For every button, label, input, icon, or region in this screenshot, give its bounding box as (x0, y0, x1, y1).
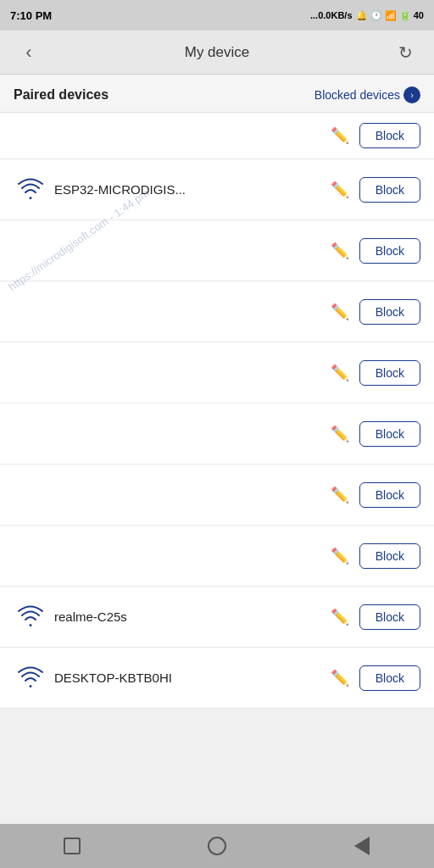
blocked-chevron-icon: › (403, 86, 420, 103)
edit-icon[interactable]: ✏️ (320, 669, 359, 687)
block-button[interactable]: Block (359, 177, 420, 203)
list-item: ✏️ Block (0, 342, 434, 403)
content-area: https://microdigisoft.com - 1:44 pm Pair… (0, 75, 434, 709)
block-button[interactable]: Block (359, 543, 420, 569)
list-item: DESKTOP-KBTB0HI ✏️ Block (0, 648, 434, 709)
status-time: 7:10 PM (10, 9, 52, 22)
list-item: ESP32-MICRODIGIS... ✏️ Block (0, 159, 434, 220)
edit-icon[interactable]: ✏️ (320, 181, 359, 199)
back-nav-button[interactable] (347, 831, 377, 861)
block-button[interactable]: Block (359, 238, 420, 264)
devices-list: ✏️ Block ESP32-MICRODIGIS... ✏️ Block ✏️… (0, 112, 434, 709)
battery-label: 🔔 🕐 📶 🔋 40 (356, 10, 424, 21)
edit-icon[interactable]: ✏️ (320, 425, 359, 443)
wifi-icon (14, 178, 47, 202)
block-button[interactable]: Block (359, 482, 420, 508)
edit-icon[interactable]: ✏️ (320, 486, 359, 504)
edit-icon[interactable]: ✏️ (320, 608, 359, 626)
block-button[interactable]: Block (359, 360, 420, 386)
device-name: realme-C25s (47, 609, 320, 624)
block-button[interactable]: Block (359, 421, 420, 447)
block-button[interactable]: Block (359, 665, 420, 691)
refresh-button[interactable]: ↻ (390, 42, 420, 63)
list-item: ✏️ Block (0, 403, 434, 465)
block-button[interactable]: Block (359, 299, 420, 325)
list-item: ✏️ Block (0, 113, 434, 159)
edit-icon[interactable]: ✏️ (320, 242, 359, 260)
network-label: ...0.0KB/s (310, 10, 353, 20)
recent-apps-button[interactable] (57, 831, 87, 861)
circle-icon (208, 837, 226, 855)
device-name: DESKTOP-KBTB0HI (47, 670, 320, 685)
list-item: ✏️ Block (0, 220, 434, 281)
top-nav: ‹ My device ↻ (0, 31, 434, 75)
edit-icon[interactable]: ✏️ (320, 303, 359, 321)
home-button[interactable] (202, 831, 232, 861)
status-bar: 7:10 PM ...0.0KB/s 🔔 🕐 📶 🔋 40 (0, 0, 434, 31)
time-label: 7:10 PM (10, 9, 52, 22)
blocked-devices-link[interactable]: Blocked devices › (314, 86, 420, 103)
block-button[interactable]: Block (359, 123, 420, 148)
wifi-icon (14, 666, 47, 690)
square-icon (64, 837, 81, 854)
blocked-devices-label: Blocked devices (314, 88, 400, 102)
device-name: ESP32-MICRODIGIS... (47, 182, 320, 197)
edit-icon[interactable]: ✏️ (320, 547, 359, 565)
back-button[interactable]: ‹ (14, 42, 44, 64)
status-icons: ...0.0KB/s 🔔 🕐 📶 🔋 40 (310, 10, 424, 21)
list-item: realme-C25s ✏️ Block (0, 587, 434, 648)
list-item: ✏️ Block (0, 526, 434, 587)
bottom-nav (0, 824, 434, 868)
triangle-icon (354, 837, 370, 855)
edit-icon[interactable]: ✏️ (320, 364, 359, 382)
wifi-icon (14, 605, 47, 629)
page-title: My device (185, 44, 250, 61)
list-item: ✏️ Block (0, 281, 434, 342)
block-button[interactable]: Block (359, 604, 420, 630)
section-header: Paired devices Blocked devices › (0, 75, 434, 112)
list-item: ✏️ Block (0, 465, 434, 526)
paired-devices-title: Paired devices (14, 87, 108, 103)
edit-icon[interactable]: ✏️ (320, 126, 359, 145)
